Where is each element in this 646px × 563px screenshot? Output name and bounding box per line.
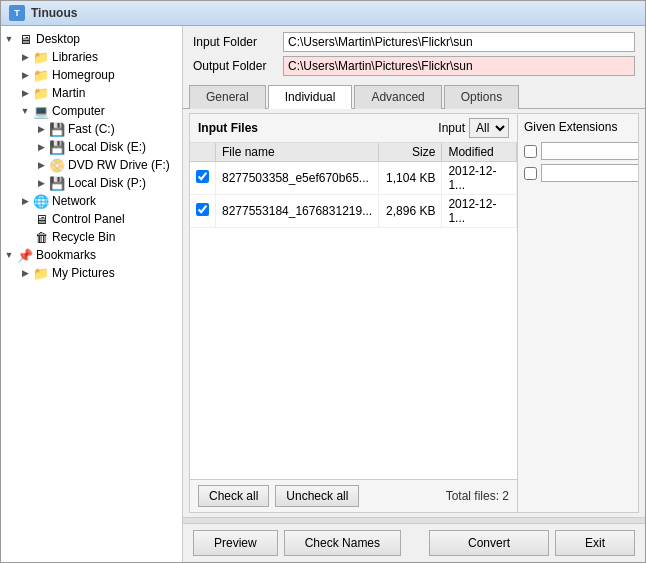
ext-checkbox-1[interactable]: [524, 145, 537, 158]
app-icon: T: [9, 5, 25, 21]
ext-row-2: [524, 164, 632, 182]
label-martin: Martin: [52, 86, 85, 100]
main-content: ▼🖥Desktop▶📁Libraries▶📁Homegroup▶📁Martin▼…: [1, 26, 645, 562]
sidebar-item-network[interactable]: ▶🌐Network: [1, 192, 182, 210]
folder-fields: Input Folder C:\Users\Martin\Pictures\Fl…: [183, 26, 645, 84]
toggle-local-disk-e[interactable]: ▶: [33, 139, 49, 155]
ext-checkbox-2[interactable]: [524, 167, 537, 180]
table-row: 8277503358_e5ef670b65...1,104 KB2012-12-…: [190, 162, 517, 195]
file-checkbox-1[interactable]: [196, 203, 209, 216]
file-list-area: Input Files Input All: [190, 114, 518, 512]
extensions-title: Given Extensions: [524, 120, 632, 134]
toggle-homegroup[interactable]: ▶: [17, 67, 33, 83]
label-control-panel: Control Panel: [52, 212, 125, 226]
ext-row-1: [524, 142, 632, 160]
total-files-label: Total files: 2: [446, 489, 509, 503]
icon-my-pictures: 📁: [33, 265, 49, 281]
ext-input-2[interactable]: [541, 164, 639, 182]
toggle-fast-c[interactable]: ▶: [33, 121, 49, 137]
toggle-my-pictures[interactable]: ▶: [17, 265, 33, 281]
sidebar-item-martin[interactable]: ▶📁Martin: [1, 84, 182, 102]
toggle-local-disk-p[interactable]: ▶: [33, 175, 49, 191]
bottom-toolbar: Preview Check Names Convert Exit: [183, 523, 645, 562]
icon-bookmarks: 📌: [17, 247, 33, 263]
row-checkbox-0[interactable]: [190, 162, 216, 195]
sidebar-item-recycle-bin[interactable]: 🗑Recycle Bin: [1, 228, 182, 246]
label-my-pictures: My Pictures: [52, 266, 115, 280]
icon-recycle-bin: 🗑: [33, 229, 49, 245]
sidebar-item-libraries[interactable]: ▶📁Libraries: [1, 48, 182, 66]
label-fast-c: Fast (C:): [68, 122, 115, 136]
toggle-bookmarks[interactable]: ▼: [1, 247, 17, 263]
input-filter-label: Input: [438, 121, 465, 135]
icon-dvd-rw-f: 📀: [49, 157, 65, 173]
sidebar-item-dvd-rw-f[interactable]: ▶📀DVD RW Drive (F:): [1, 156, 182, 174]
sidebar-item-computer[interactable]: ▼💻Computer: [1, 102, 182, 120]
icon-homegroup: 📁: [33, 67, 49, 83]
row-checkbox-1[interactable]: [190, 195, 216, 228]
input-folder-label: Input Folder: [193, 35, 283, 49]
label-local-disk-e: Local Disk (E:): [68, 140, 146, 154]
output-folder-label: Output Folder: [193, 59, 283, 73]
icon-libraries: 📁: [33, 49, 49, 65]
icon-fast-c: 💾: [49, 121, 65, 137]
check-names-button[interactable]: Check Names: [284, 530, 401, 556]
icon-computer: 💻: [33, 103, 49, 119]
convert-button[interactable]: Convert: [429, 530, 549, 556]
toggle-control-panel[interactable]: [17, 211, 33, 227]
tabs-bar: GeneralIndividualAdvancedOptions: [183, 84, 645, 109]
sidebar-item-my-pictures[interactable]: ▶📁My Pictures: [1, 264, 182, 282]
tab-general[interactable]: General: [189, 85, 266, 109]
icon-local-disk-p: 💾: [49, 175, 65, 191]
file-name-1: 8277553184_1676831219...: [216, 195, 379, 228]
toggle-network[interactable]: ▶: [17, 193, 33, 209]
sidebar-item-desktop[interactable]: ▼🖥Desktop: [1, 30, 182, 48]
toggle-computer[interactable]: ▼: [17, 103, 33, 119]
file-modified-0: 2012-12-1...: [442, 162, 517, 195]
tab-options[interactable]: Options: [444, 85, 519, 109]
file-list-header: Input Files Input All: [190, 114, 517, 143]
main-window: T Tinuous ▼🖥Desktop▶📁Libraries▶📁Homegrou…: [0, 0, 646, 563]
col-size: Size: [379, 143, 442, 162]
uncheck-all-button[interactable]: Uncheck all: [275, 485, 359, 507]
toggle-dvd-rw-f[interactable]: ▶: [33, 157, 49, 173]
icon-control-panel: 🖥: [33, 211, 49, 227]
window-title: Tinuous: [31, 6, 77, 20]
input-folder-value[interactable]: C:\Users\Martin\Pictures\Flickr\sun: [283, 32, 635, 52]
input-folder-row: Input Folder C:\Users\Martin\Pictures\Fl…: [193, 32, 635, 52]
toggle-martin[interactable]: ▶: [17, 85, 33, 101]
sidebar-item-control-panel[interactable]: 🖥Control Panel: [1, 210, 182, 228]
toggle-libraries[interactable]: ▶: [17, 49, 33, 65]
sidebar-item-homegroup[interactable]: ▶📁Homegroup: [1, 66, 182, 84]
sidebar-item-fast-c[interactable]: ▶💾Fast (C:): [1, 120, 182, 138]
label-recycle-bin: Recycle Bin: [52, 230, 115, 244]
exit-button[interactable]: Exit: [555, 530, 635, 556]
label-bookmarks: Bookmarks: [36, 248, 96, 262]
toggle-recycle-bin[interactable]: [17, 229, 33, 245]
file-list-title: Input Files: [198, 121, 258, 135]
input-filter-select[interactable]: All: [469, 118, 509, 138]
file-size-1: 2,896 KB: [379, 195, 442, 228]
label-dvd-rw-f: DVD RW Drive (F:): [68, 158, 170, 172]
output-folder-value[interactable]: C:\Users\Martin\Pictures\Flickr\sun: [283, 56, 635, 76]
table-row: 8277553184_1676831219...2,896 KB2012-12-…: [190, 195, 517, 228]
icon-desktop: 🖥: [17, 31, 33, 47]
preview-button[interactable]: Preview: [193, 530, 278, 556]
tab-individual[interactable]: Individual: [268, 85, 353, 109]
ext-input-1[interactable]: [541, 142, 639, 160]
col-modified: Modified: [442, 143, 517, 162]
file-size-0: 1,104 KB: [379, 162, 442, 195]
sidebar-item-local-disk-p[interactable]: ▶💾Local Disk (P:): [1, 174, 182, 192]
label-computer: Computer: [52, 104, 105, 118]
label-local-disk-p: Local Disk (P:): [68, 176, 146, 190]
check-all-button[interactable]: Check all: [198, 485, 269, 507]
inner-panel: Input Files Input All: [189, 113, 639, 513]
toggle-desktop[interactable]: ▼: [1, 31, 17, 47]
label-network: Network: [52, 194, 96, 208]
file-modified-1: 2012-12-1...: [442, 195, 517, 228]
tab-advanced[interactable]: Advanced: [354, 85, 441, 109]
sidebar-item-local-disk-e[interactable]: ▶💾Local Disk (E:): [1, 138, 182, 156]
sidebar-item-bookmarks[interactable]: ▼📌Bookmarks: [1, 246, 182, 264]
col-checkbox: [190, 143, 216, 162]
file-checkbox-0[interactable]: [196, 170, 209, 183]
